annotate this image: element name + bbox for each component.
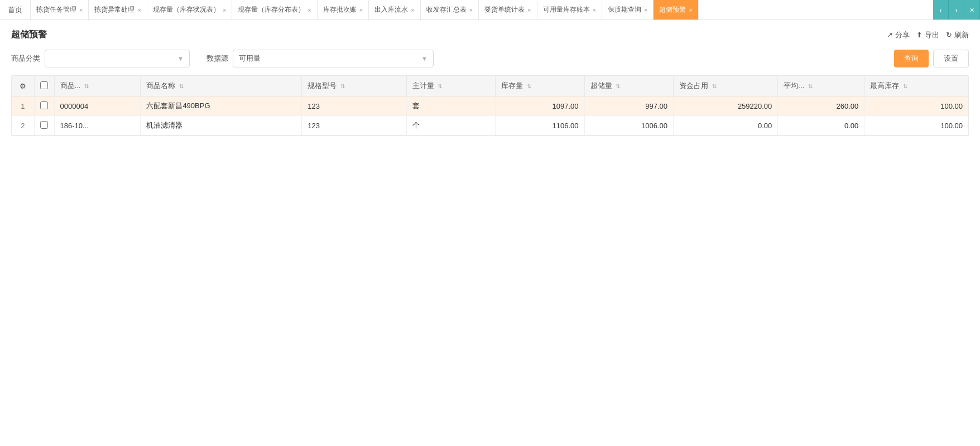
row-stock: 1097.00 — [496, 96, 585, 116]
close-icon[interactable]: × — [689, 7, 692, 13]
col-gear[interactable]: ⚙ — [12, 76, 34, 96]
nav-home[interactable]: 首页 — [0, 0, 31, 20]
nav-tab-4[interactable]: 库存批次账 × — [318, 0, 369, 20]
row-checkbox[interactable] — [40, 101, 48, 109]
col-product-name[interactable]: 商品名称 ⇅ — [141, 76, 302, 96]
category-select[interactable]: ▼ — [45, 50, 190, 67]
page-content: 超储预警 ↗ 分享 ⬆ 导出 ↻ 刷新 商品分类 ▼ 数据源 — [0, 20, 980, 446]
row-product-code: 0000004 — [54, 96, 141, 116]
table-row: 1 0000004 六配套新昌490BPG 123 套 1097.00 997.… — [12, 96, 968, 116]
page-header: 超储预警 ↗ 分享 ⬆ 导出 ↻ 刷新 — [11, 29, 969, 41]
data-table: ⚙ 商品... ⇅ 商品名称 ⇅ 规格型号 ⇅ — [11, 75, 969, 136]
sort-icon: ⇅ — [527, 83, 531, 89]
nav-tab-1[interactable]: 拣货异常处理 × — [89, 0, 147, 20]
nav-arrows: ‹ › × — [933, 0, 980, 20]
refresh-icon: ↻ — [946, 31, 952, 39]
nav-tab-8[interactable]: 可用量库存账本 × — [537, 0, 602, 20]
row-spec: 123 — [302, 96, 406, 116]
gear-icon[interactable]: ⚙ — [20, 82, 26, 90]
sort-icon: ⇅ — [712, 83, 717, 89]
chevron-down-icon: ▼ — [177, 55, 184, 62]
sort-icon: ⇅ — [903, 83, 907, 89]
sort-icon: ⇅ — [179, 83, 184, 89]
row-num: 2 — [12, 116, 34, 135]
row-checkbox[interactable] — [40, 121, 48, 129]
col-avg[interactable]: 平均... ⇅ — [778, 76, 864, 96]
row-spec: 123 — [302, 116, 406, 135]
filter-row: 商品分类 ▼ 数据源 可用量 ▼ 查询 设置 — [11, 50, 969, 67]
row-unit: 套 — [406, 96, 496, 116]
nav-arrow-close[interactable]: × — [964, 0, 980, 20]
chevron-down-icon: ▼ — [421, 55, 427, 62]
row-max-stock: 100.00 — [864, 96, 968, 116]
query-button[interactable]: 查询 — [894, 50, 929, 67]
row-num: 1 — [12, 96, 34, 116]
category-filter: 商品分类 ▼ — [11, 50, 190, 67]
nav-arrow-right[interactable]: › — [949, 0, 964, 20]
row-product-name: 机油滤清器 — [141, 116, 302, 135]
col-product-code[interactable]: 商品... ⇅ — [54, 76, 141, 96]
sort-icon: ⇅ — [84, 83, 89, 89]
header-actions: ↗ 分享 ⬆ 导出 ↻ 刷新 — [887, 30, 969, 40]
row-avg: 0.00 — [778, 116, 864, 135]
row-checkbox-cell — [34, 96, 54, 116]
close-icon[interactable]: × — [79, 7, 83, 13]
export-button[interactable]: ⬆ 导出 — [916, 30, 939, 40]
row-capital-use: 259220.00 — [674, 96, 778, 116]
close-icon[interactable]: × — [644, 7, 647, 13]
row-avg: 260.00 — [778, 96, 864, 116]
datasource-filter: 数据源 可用量 ▼ — [206, 50, 434, 67]
sort-icon: ⇅ — [808, 83, 813, 89]
close-icon[interactable]: × — [469, 7, 473, 13]
nav-tab-0[interactable]: 拣货任务管理 × — [31, 0, 89, 20]
datasource-label: 数据源 — [206, 54, 228, 64]
export-icon: ⬆ — [916, 31, 923, 39]
navigation-bar: 首页 拣货任务管理 × 拣货异常处理 × 现存量（库存状况表） × 现存量（库存… — [0, 0, 980, 20]
col-max-stock[interactable]: 最高库存 ⇅ — [864, 76, 968, 96]
nav-tab-6[interactable]: 收发存汇总表 × — [421, 0, 479, 20]
refresh-button[interactable]: ↻ 刷新 — [946, 30, 969, 40]
row-over-stock: 1006.00 — [584, 116, 674, 135]
nav-tab-7[interactable]: 要货单统计表 × — [479, 0, 537, 20]
filter-actions: 查询 设置 — [894, 50, 969, 67]
sort-icon: ⇅ — [340, 83, 345, 89]
close-icon[interactable]: × — [411, 7, 414, 13]
nav-tab-5[interactable]: 出入库流水 × — [369, 0, 420, 20]
settings-button[interactable]: 设置 — [933, 50, 969, 67]
page-title: 超储预警 — [11, 29, 47, 41]
share-icon: ↗ — [887, 31, 893, 39]
table-header-row: ⚙ 商品... ⇅ 商品名称 ⇅ 规格型号 ⇅ — [12, 76, 968, 96]
col-checkbox — [34, 76, 54, 96]
datasource-value: 可用量 — [239, 54, 261, 64]
close-icon[interactable]: × — [137, 7, 141, 13]
close-icon[interactable]: × — [593, 7, 596, 13]
select-all-checkbox[interactable] — [40, 81, 48, 89]
col-over-stock[interactable]: 超储量 ⇅ — [584, 76, 674, 96]
share-button[interactable]: ↗ 分享 — [887, 30, 910, 40]
row-checkbox-cell — [34, 116, 54, 135]
nav-tab-3[interactable]: 现存量（库存分布表） × — [232, 0, 317, 20]
nav-tab-2[interactable]: 现存量（库存状况表） × — [147, 0, 232, 20]
row-stock: 1106.00 — [496, 116, 585, 135]
datasource-select[interactable]: 可用量 ▼ — [233, 50, 434, 67]
close-icon[interactable]: × — [359, 7, 363, 13]
row-unit: 个 — [406, 116, 496, 135]
col-spec[interactable]: 规格型号 ⇅ — [302, 76, 406, 96]
col-capital-use[interactable]: 资金占用 ⇅ — [674, 76, 778, 96]
category-label: 商品分类 — [11, 54, 40, 64]
close-icon[interactable]: × — [308, 7, 311, 13]
row-max-stock: 100.00 — [864, 116, 968, 135]
table-row: 2 186-10... 机油滤清器 123 个 1106.00 1006.00 … — [12, 116, 968, 135]
nav-arrow-left[interactable]: ‹ — [933, 0, 949, 20]
sort-icon: ⇅ — [616, 83, 620, 89]
close-icon[interactable]: × — [223, 7, 226, 13]
col-unit[interactable]: 主计量 ⇅ — [406, 76, 496, 96]
row-over-stock: 997.00 — [584, 96, 674, 116]
nav-tab-10[interactable]: 超储预警 × — [654, 0, 698, 20]
row-product-name: 六配套新昌490BPG — [141, 96, 302, 116]
row-capital-use: 0.00 — [674, 116, 778, 135]
close-icon[interactable]: × — [527, 7, 531, 13]
col-stock[interactable]: 库存量 ⇅ — [496, 76, 585, 96]
nav-tab-9[interactable]: 保质期查询 × — [602, 0, 654, 20]
sort-icon: ⇅ — [438, 83, 442, 89]
